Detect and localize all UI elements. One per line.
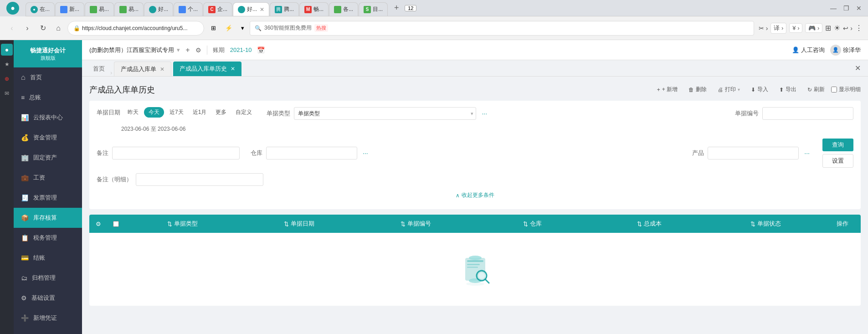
page-tab-list[interactable]: 产成品入库单 ✕ xyxy=(114,62,171,76)
delete-button[interactable]: 🗑 删除 xyxy=(684,84,711,95)
sidebar-item-newvoucher[interactable]: ➕ 新增凭证 xyxy=(14,308,82,328)
tab-active[interactable]: 好... ✕ xyxy=(233,2,269,16)
tax-icon: 📋 xyxy=(21,234,29,242)
settings-filter-button[interactable]: 设置 xyxy=(822,154,853,168)
sidebar-item-tax[interactable]: 📋 税务管理 xyxy=(14,228,82,248)
tab-easy1[interactable]: 易... xyxy=(85,2,114,16)
product-more-icon[interactable]: ··· xyxy=(802,149,812,157)
date-btn-more[interactable]: 更多 xyxy=(212,107,230,118)
tab-close-8[interactable]: ✕ xyxy=(260,6,264,13)
number-input[interactable] xyxy=(762,107,853,120)
col-warehouse-header[interactable]: ⇅ 仓库 xyxy=(474,220,591,228)
sidebar-icon-3[interactable]: ⊕ xyxy=(1,73,13,85)
forward-button[interactable]: › xyxy=(21,22,34,35)
sidebar-icon-1[interactable]: ● xyxy=(1,44,13,56)
sidebar-item-funds[interactable]: 💰 资金管理 xyxy=(14,128,82,148)
yuan-tool[interactable]: ¥ › xyxy=(789,23,802,33)
scissors-tool[interactable]: ✂ › xyxy=(759,25,768,32)
tab-ge[interactable]: 各... xyxy=(329,2,358,16)
extensions-button[interactable]: ⊞ xyxy=(207,22,220,35)
page-tab-history[interactable]: 产成品入库单历史 ✕ xyxy=(173,62,241,76)
col-cost-header[interactable]: ⇅ 总成本 xyxy=(591,220,708,228)
print-button[interactable]: 🖨 打印 ▾ xyxy=(713,84,745,95)
type-more-icon[interactable]: ··· xyxy=(480,110,489,117)
sidebar-item-payroll[interactable]: 💼 工资 xyxy=(14,168,82,188)
tab-enterprise[interactable]: C 企... xyxy=(203,2,232,16)
sidebar-item-archive[interactable]: 🗂 归档管理 xyxy=(14,268,82,288)
url-bar[interactable]: 🔒 https://cloud.chanjet.com/accounting/u… xyxy=(67,21,204,36)
product-input[interactable] xyxy=(708,147,799,159)
export-button[interactable]: ⬆ 导出 xyxy=(775,84,801,95)
back-button[interactable]: ‹ xyxy=(5,22,18,35)
sidebar-item-report[interactable]: 📊 云报表中心 xyxy=(14,108,82,128)
date-btn-custom[interactable]: 自定义 xyxy=(232,107,256,118)
warehouse-input[interactable] xyxy=(266,147,357,159)
consultant-button[interactable]: 👤 人工咨询 xyxy=(792,46,825,54)
calendar-icon[interactable]: 📅 xyxy=(257,46,265,54)
sidebar-item-inventory[interactable]: 📦 库存核算 xyxy=(14,208,82,228)
select-all-checkbox[interactable] xyxy=(113,221,119,227)
detail-note-input[interactable] xyxy=(136,173,263,186)
col-status-header[interactable]: ⇅ 单据状态 xyxy=(708,220,824,228)
tab-hao1[interactable]: 好... xyxy=(144,2,173,16)
sidebar-item-invoice[interactable]: 🧾 发票管理 xyxy=(14,188,82,208)
date-btn-7days[interactable]: 近7天 xyxy=(166,107,187,118)
new-button[interactable]: + + 新增 xyxy=(652,84,682,95)
window-restore-button[interactable]: ❐ xyxy=(841,3,852,14)
note-input[interactable] xyxy=(112,147,240,159)
app-logo[interactable]: 畅捷通好会计 旗舰版 xyxy=(14,40,82,67)
grid-tool[interactable]: ⊞ xyxy=(825,24,831,32)
col-number-header[interactable]: ⇅ 单据编号 xyxy=(357,220,474,228)
warehouse-more-icon[interactable]: ··· xyxy=(361,149,370,157)
breadcrumb-home-link[interactable]: 首页 xyxy=(89,62,108,76)
date-btn-yesterday[interactable]: 昨天 xyxy=(124,107,142,118)
sidebar-item-ledger[interactable]: ≡ 总账 xyxy=(14,87,82,108)
tab-easy2[interactable]: 易... xyxy=(114,2,144,16)
sidebar-icon-2[interactable]: ★ xyxy=(1,58,13,70)
col-settings-header[interactable]: ⚙ xyxy=(89,221,108,227)
settings-company-button[interactable]: ⚙ xyxy=(195,46,201,54)
more-tool[interactable]: ⋮ xyxy=(855,24,863,32)
window-min-button[interactable]: — xyxy=(828,3,839,14)
col-type-header[interactable]: ⇅ 单据类型 xyxy=(124,220,241,228)
refresh-button[interactable]: ↻ xyxy=(36,22,49,35)
sidebar-icon-4[interactable]: ✉ xyxy=(1,87,13,99)
home-button[interactable]: ⌂ xyxy=(52,22,65,35)
sidebar-item-assets[interactable]: 🏢 固定资产 xyxy=(14,148,82,168)
search-bar[interactable]: 🔍 360智能抠图免费用 热搜 xyxy=(250,21,754,36)
tab-personal[interactable]: 个... xyxy=(174,2,203,16)
sidebar-item-settlement[interactable]: 💳 结账 xyxy=(14,248,82,268)
tab-new[interactable]: 新... xyxy=(55,2,84,16)
query-button[interactable]: 查询 xyxy=(822,139,853,151)
col-date-header[interactable]: ⇅ 单据日期 xyxy=(241,220,357,228)
tab-zhaitong[interactable]: ● 在... xyxy=(26,2,55,16)
window-close-button[interactable]: ✕ xyxy=(853,3,864,14)
page-tab-list-close[interactable]: ✕ xyxy=(160,66,164,72)
light-tool[interactable]: ☀ xyxy=(834,24,840,32)
sidebar-item-basic[interactable]: ⚙ 基础设置 xyxy=(14,288,82,308)
company-selector[interactable]: (勿删勿禁用）江西服宝测试专用 ▾ xyxy=(89,46,180,54)
tab-mu[interactable]: S 目... xyxy=(359,2,388,16)
col-check-header[interactable] xyxy=(108,221,124,227)
page-tab-history-close[interactable]: ✕ xyxy=(231,66,235,72)
translate-tool[interactable]: 译 › xyxy=(770,23,786,34)
undo-tool[interactable]: ↩ › xyxy=(843,25,853,32)
sidebar-item-home[interactable]: ⌂ 首页 xyxy=(14,67,82,87)
period-value[interactable]: 2021-10 xyxy=(230,46,252,53)
type-select[interactable]: 单据类型 xyxy=(294,107,476,120)
refresh-data-button[interactable]: ↻ 刷新 xyxy=(803,84,829,95)
tab-chang[interactable]: M 畅... xyxy=(299,2,329,16)
lightning-button[interactable]: ⚡ xyxy=(222,22,235,35)
date-btn-1month[interactable]: 近1月 xyxy=(189,107,211,118)
tab-tencent[interactable]: 腾 腾... xyxy=(270,2,299,16)
address-dropdown[interactable]: ▾ xyxy=(238,22,247,35)
add-company-button[interactable]: + xyxy=(185,46,190,54)
user-menu[interactable]: 👤 徐泽华 xyxy=(830,45,861,56)
date-btn-today[interactable]: 今天 xyxy=(144,107,164,118)
game-tool[interactable]: 🎮 › xyxy=(805,23,822,33)
import-button[interactable]: ⬇ 导入 xyxy=(746,84,773,95)
close-panel-button[interactable]: ✕ xyxy=(855,64,861,72)
collapse-button[interactable]: ∧ 收起更多条件 xyxy=(97,188,853,203)
show-cols-checkbox[interactable] xyxy=(831,87,837,92)
new-tab-button[interactable]: + xyxy=(390,2,403,15)
